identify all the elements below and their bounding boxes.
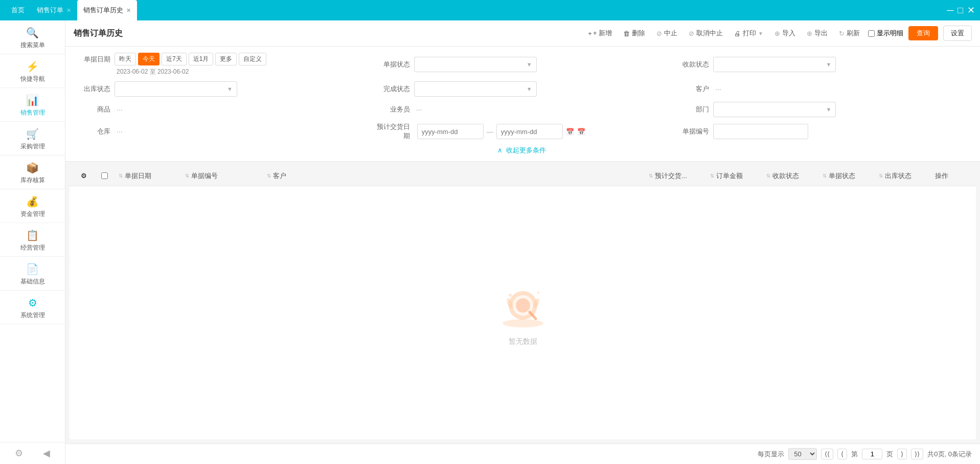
sort-icon8: ⇅ (879, 173, 883, 179)
select-all-checkbox[interactable] (101, 172, 108, 179)
last-page-btn[interactable]: ⟩⟩ (911, 449, 923, 459)
close-window-icon[interactable]: ✕ (967, 5, 975, 16)
date-yesterday[interactable]: 昨天 (115, 53, 136, 65)
tab-home[interactable]: 首页 (5, 0, 31, 20)
stop-button[interactable]: ⊘ 中止 (653, 27, 680, 40)
th-order-no[interactable]: ⇅ 单据编号 (181, 171, 263, 181)
calendar-end-icon[interactable]: 📅 (577, 128, 585, 136)
new-button[interactable]: + + 新增 (585, 27, 615, 40)
th-order-status[interactable]: ⇅ 单据状态 (818, 171, 875, 181)
settings-button[interactable]: 设置 (943, 26, 972, 41)
inventory-icon: 📦 (26, 162, 39, 174)
print-button[interactable]: 🖨 打印 ▼ (731, 27, 766, 40)
query-button[interactable]: 查询 (908, 26, 938, 40)
sidebar-item-sales[interactable]: 📊 销售管理 (0, 88, 65, 122)
date-7days[interactable]: 近7天 (162, 53, 187, 65)
maximize-icon[interactable]: □ (958, 5, 963, 16)
date-custom[interactable]: 自定义 (239, 53, 266, 65)
collapse-bar[interactable]: ∧ 收起更多条件 (74, 144, 972, 155)
sidebar-item-quicknav[interactable]: ⚡ 快捷导航 (0, 54, 65, 88)
warehouse-picker-btn[interactable]: ··· (115, 126, 125, 137)
sidebar-item-finance[interactable]: 💰 资金管理 (0, 189, 65, 223)
salesperson-picker-btn[interactable]: ··· (414, 104, 424, 115)
total-text: 共0页, 0条记录 (927, 450, 972, 459)
toolbar: + + 新增 🗑 删除 ⊘ 中止 ⊘ 取消中止 🖨 打印 (585, 26, 972, 41)
pay-status-select[interactable]: ▼ (713, 57, 836, 72)
filter-complete-status: 完成状态 ▼ (373, 81, 673, 97)
purchase-icon: 🛒 (26, 128, 39, 140)
sort-icon4: ⇅ (649, 173, 653, 179)
print-icon: 🖨 (734, 30, 741, 37)
order-status-select[interactable]: ▼ (414, 57, 537, 72)
sidebar: 🔍 搜索菜单 ⚡ 快捷导航 📊 销售管理 🛒 采购管理 📦 库存核算 💰 资金管… (0, 20, 65, 464)
close-tab-sales-history[interactable]: ✕ (126, 7, 131, 14)
page-label-before: 第 (851, 450, 858, 459)
delete-icon: 🗑 (623, 30, 630, 37)
sidebar-label-finance: 资金管理 (20, 210, 45, 218)
sidebar-item-inventory[interactable]: 📦 库存核算 (0, 156, 65, 189)
prev-page-btn[interactable]: ⟨ (837, 449, 847, 459)
delivery-date-end[interactable] (496, 124, 563, 139)
delete-button[interactable]: 🗑 删除 (620, 27, 648, 40)
date-1month[interactable]: 近1月 (189, 53, 214, 65)
th-customer[interactable]: ⇅ 客户 (263, 171, 645, 181)
date-label: 单据日期 (74, 55, 115, 64)
tab-sales-order[interactable]: 销售订单 ✕ (31, 0, 77, 20)
product-label: 商品 (74, 105, 115, 114)
settings-bottom-icon[interactable]: ⚙ (15, 448, 23, 459)
current-page-input[interactable] (862, 449, 882, 459)
delivery-date-start[interactable] (417, 124, 484, 139)
th-delivery[interactable]: ⇅ 预计交货... (645, 171, 706, 181)
table-area: ⚙ ⇅ 单据日期 ⇅ 单据编号 ⇅ 客户 ⇅ (70, 166, 976, 439)
tab-sales-history[interactable]: 销售订单历史 ✕ (77, 0, 137, 20)
delivery-date-label: 预计交货日期 (373, 122, 414, 141)
page-size-select[interactable]: 50 20 100 (788, 448, 817, 460)
th-amount[interactable]: ⇅ 订单金额 (706, 171, 762, 181)
warehouse-label: 仓库 (74, 127, 115, 136)
page-label-after: 页 (886, 450, 893, 459)
refresh-button[interactable]: ↻ 刷新 (836, 27, 863, 40)
window-controls: ─ □ ✕ (947, 5, 975, 16)
date-more[interactable]: 更多 (215, 53, 237, 65)
empty-text: 暂无数据 (509, 337, 537, 346)
filter-area: 单据日期 昨天 今天 近7天 近1月 更多 自定义 2023-06-02 至 2… (65, 47, 980, 162)
order-no-label: 单据编号 (672, 127, 713, 136)
sidebar-item-purchase[interactable]: 🛒 采购管理 (0, 122, 65, 156)
settings-icon[interactable]: ⚙ (81, 172, 87, 180)
complete-status-select[interactable]: ▼ (414, 81, 537, 97)
collapse-sidebar-icon[interactable]: ◀ (43, 448, 50, 459)
out-status-select[interactable]: ▼ (115, 81, 237, 97)
date-range: 2023-06-02 至 2023-06-02 (117, 68, 189, 76)
sidebar-item-basic[interactable]: 📄 基础信息 (0, 257, 65, 291)
minimize-icon[interactable]: ─ (947, 5, 953, 16)
first-page-btn[interactable]: ⟨⟨ (821, 449, 833, 459)
display-toggle[interactable]: 显示明细 (868, 29, 903, 38)
th-settings[interactable]: ⚙ (74, 172, 94, 180)
th-pay-status[interactable]: ⇅ 收款状态 (762, 171, 818, 181)
th-date[interactable]: ⇅ 单据日期 (115, 171, 181, 181)
order-no-input[interactable] (713, 124, 808, 139)
pagination-bar: 每页显示 50 20 100 ⟨⟨ ⟨ 第 页 ⟩ ⟩⟩ 共0页, 0条记录 (65, 444, 980, 464)
empty-state: 暂无数据 (70, 186, 976, 439)
next-page-btn[interactable]: ⟩ (897, 449, 907, 459)
th-out-status[interactable]: ⇅ 出库状态 (875, 171, 931, 181)
sidebar-item-operation[interactable]: 📋 经营管理 (0, 223, 65, 257)
close-tab-sales-order[interactable]: ✕ (66, 7, 71, 14)
sidebar-item-search[interactable]: 🔍 搜索菜单 (0, 20, 65, 54)
refresh-icon: ↻ (839, 30, 845, 37)
export-button[interactable]: ⊕ 导出 (804, 27, 831, 40)
collapse-up-icon: ∧ (497, 146, 503, 154)
sidebar-item-system[interactable]: ⚙ 系统管理 (0, 291, 65, 324)
department-select[interactable]: ▼ (713, 102, 836, 117)
sidebar-label-sales: 销售管理 (20, 108, 45, 117)
display-checkbox[interactable] (868, 30, 875, 37)
customer-picker-btn[interactable]: ··· (713, 84, 723, 94)
product-picker-btn[interactable]: ··· (115, 104, 125, 115)
cancel-stop-button[interactable]: ⊘ 取消中止 (686, 27, 726, 40)
chevron-down-icon5: ▼ (826, 106, 831, 113)
th-checkbox[interactable] (94, 172, 115, 179)
sidebar-label-quicknav: 快捷导航 (20, 75, 45, 83)
date-today[interactable]: 今天 (138, 53, 159, 65)
calendar-start-icon[interactable]: 📅 (566, 128, 574, 136)
import-button[interactable]: ⊕ 导入 (771, 27, 799, 40)
